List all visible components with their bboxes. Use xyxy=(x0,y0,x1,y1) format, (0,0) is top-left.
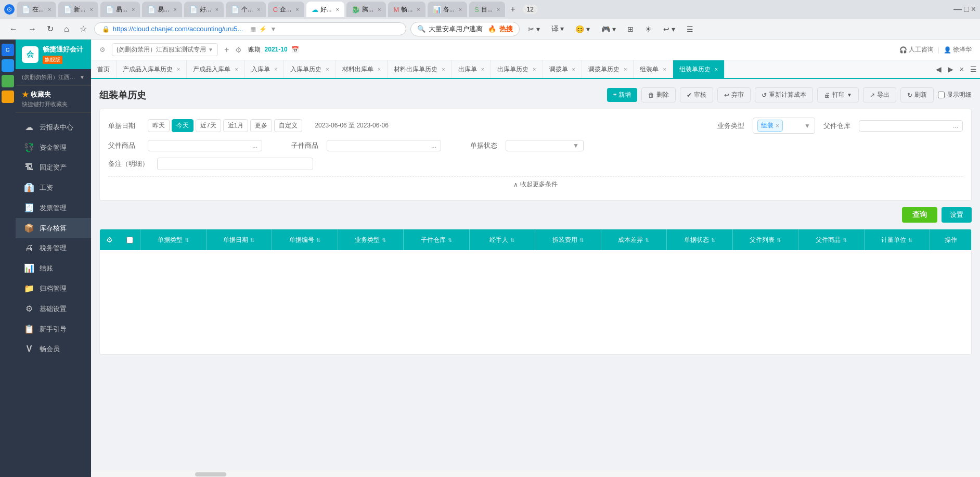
today-btn[interactable]: 今天 xyxy=(172,119,194,132)
col-doc-status[interactable]: 单据状态 ⇅ xyxy=(666,229,732,250)
browser-tab-12[interactable]: S 目... × xyxy=(469,2,505,17)
col-doc-type[interactable]: 单据类型 ⇅ xyxy=(140,229,206,250)
browser-tab-3[interactable]: 📄 易... × xyxy=(100,2,140,17)
tab-assembly[interactable]: 组装单 × xyxy=(634,60,673,79)
sidebar-item-fixed-assets[interactable]: 🏗 固定资产 xyxy=(16,158,91,177)
bookmark-button[interactable]: ☆ xyxy=(76,22,90,36)
add-company-button[interactable]: + xyxy=(224,45,229,55)
header-company-selector[interactable]: (勿删勿禁用）江西服宝测试专用 ▼ xyxy=(112,43,218,56)
browser-tab-1[interactable]: 📄 在... × xyxy=(17,2,56,17)
col-parent-goods[interactable]: 父件商品 ⇅ xyxy=(798,229,864,250)
calendar-icon[interactable]: 📅 xyxy=(291,46,299,53)
undo-btn[interactable]: ↩ ▾ xyxy=(659,23,679,35)
tab-close-5[interactable]: × xyxy=(215,6,218,12)
tab-close-material-out[interactable]: × xyxy=(378,66,381,72)
collapse-filter-button[interactable]: ∧ 收起更多条件 xyxy=(108,176,963,192)
back-button[interactable]: ← xyxy=(6,22,21,36)
col-biz-type[interactable]: 业务类型 ⇅ xyxy=(338,229,404,250)
tab-close-in-order-history[interactable]: × xyxy=(326,66,329,72)
tab-close-11[interactable]: × xyxy=(459,6,462,12)
sidebar-item-salary[interactable]: 👔 工资 xyxy=(16,177,91,198)
sidebar-item-archive-mgmt[interactable]: 📁 归档管理 xyxy=(16,278,91,299)
tab-close-all-button[interactable]: × xyxy=(957,65,967,73)
sidebar-item-tax-mgmt[interactable]: 🖨 税务管理 xyxy=(16,238,91,258)
col-unit[interactable]: 计量单位 ⇅ xyxy=(864,229,930,250)
menu-btn[interactable]: ☰ xyxy=(682,23,698,35)
print-button[interactable]: 🖨 打印 ▼ xyxy=(817,87,859,102)
browser-tab-10[interactable]: M 畅... × xyxy=(388,2,425,17)
browser-tab-6[interactable]: 📄 个... × xyxy=(226,2,265,17)
browser-tab-2[interactable]: 📄 新... × xyxy=(58,2,98,17)
business-type-tag-close[interactable]: × xyxy=(776,122,779,130)
browser-tab-8[interactable]: ☁ 好... × xyxy=(306,2,344,17)
tab-close-out-order[interactable]: × xyxy=(481,66,484,72)
sidebar-item-fund-mgmt[interactable]: 💱 资金管理 xyxy=(16,137,91,158)
sidebar-company[interactable]: (勿删勿禁用）江西服宝测试专用 ▼ xyxy=(16,69,91,86)
tab-close-3[interactable]: × xyxy=(132,6,135,12)
bottom-scrollbar[interactable] xyxy=(91,471,980,477)
sidebar-item-checkout[interactable]: 📊 结账 xyxy=(16,258,91,278)
tab-product-in-history[interactable]: 产成品入库单历史 × xyxy=(117,60,187,79)
tab-close-10[interactable]: × xyxy=(417,6,420,12)
app-icon-3[interactable] xyxy=(2,75,14,87)
tab-close-product-in-history[interactable]: × xyxy=(177,66,180,72)
tab-close-assembly[interactable]: × xyxy=(663,66,666,72)
tab-close-12[interactable]: × xyxy=(497,6,500,12)
tab-transfer-history[interactable]: 调拨单历史 × xyxy=(582,60,634,79)
user-profile-button[interactable]: 👤 徐泽华 xyxy=(944,45,972,54)
browser-tab-5[interactable]: 📄 好... × xyxy=(184,2,224,17)
select-all-input[interactable] xyxy=(126,237,133,243)
doc-status-select[interactable]: ▼ xyxy=(506,140,584,151)
tab-product-in[interactable]: 产成品入库单 × xyxy=(187,60,244,79)
last7days-btn[interactable]: 近7天 xyxy=(196,119,221,132)
tab-close-transfer-history[interactable]: × xyxy=(624,66,627,72)
browser-tab-11[interactable]: 📊 各... × xyxy=(428,2,467,17)
col-doc-no[interactable]: 单据编号 ⇅ xyxy=(272,229,338,250)
app-icon-4[interactable] xyxy=(2,91,14,103)
refresh-button[interactable]: ↻ 刷新 xyxy=(900,87,934,102)
consult-button[interactable]: 🎧 人工咨询 xyxy=(899,45,934,54)
notes-input[interactable] xyxy=(157,158,313,170)
tab-close-2[interactable]: × xyxy=(89,6,93,12)
tab-material-out-history[interactable]: 材料出库单历史 × xyxy=(388,60,452,79)
sidebar-item-invoice-mgmt[interactable]: 🧾 发票管理 xyxy=(16,198,91,218)
close-browser-button[interactable]: × xyxy=(971,5,976,14)
more-date-btn[interactable]: 更多 xyxy=(250,119,272,132)
tab-close-transfer[interactable]: × xyxy=(572,66,575,72)
tab-close-product-in[interactable]: × xyxy=(235,66,238,72)
translate-btn[interactable]: 译 ▾ xyxy=(547,22,569,36)
parent-goods-input[interactable]: ... xyxy=(148,140,262,151)
browser-tab-9[interactable]: 🐉 腾... × xyxy=(346,2,386,17)
tab-close-in-order[interactable]: × xyxy=(274,66,277,72)
col-parent-list[interactable]: 父件列表 ⇅ xyxy=(732,229,798,250)
tab-close-7[interactable]: × xyxy=(295,6,299,12)
tab-material-out[interactable]: 材料出库单 × xyxy=(336,60,388,79)
tab-out-order-history[interactable]: 出库单历史 × xyxy=(491,60,543,79)
sidebar-item-cloud-report[interactable]: ☁ 云报表中心 xyxy=(16,117,91,137)
tab-in-order[interactable]: 入库单 × xyxy=(245,60,284,79)
col-disassembly-fee[interactable]: 拆装费用 ⇅ xyxy=(535,229,601,250)
reload-button[interactable]: ↻ xyxy=(44,22,57,36)
maximize-button[interactable]: □ xyxy=(964,5,969,14)
search-bar[interactable]: 🔍 大量安卓用户逃离 🔥 热搜 xyxy=(410,22,520,36)
browser-tab-7[interactable]: C 企... × xyxy=(268,2,304,17)
query-button[interactable]: 查询 xyxy=(902,207,937,223)
filter-settings-button[interactable]: 设置 xyxy=(942,207,972,223)
new-button[interactable]: + 新增 xyxy=(607,88,637,102)
forward-button[interactable]: → xyxy=(25,22,40,36)
minimize-button[interactable]: — xyxy=(953,5,962,14)
tab-transfer[interactable]: 调拨单 × xyxy=(543,60,582,79)
tab-close-4[interactable]: × xyxy=(173,6,176,12)
export-button[interactable]: ↗ 导出 xyxy=(863,87,896,102)
tab-home[interactable]: 首页 xyxy=(91,60,117,79)
parent-warehouse-input[interactable]: ... xyxy=(859,120,963,132)
business-type-input[interactable]: 组装 × ▼ xyxy=(753,118,815,134)
last1month-btn[interactable]: 近1月 xyxy=(223,119,249,132)
emoji-btn[interactable]: 😊 ▾ xyxy=(571,23,594,35)
sidebar-item-basic-settings[interactable]: ⚙ 基础设置 xyxy=(16,299,91,319)
address-dropdown-icon[interactable]: ▼ xyxy=(270,25,276,33)
tab-close-9[interactable]: × xyxy=(378,6,381,12)
sidebar-item-inventory[interactable]: 📦 库存核算 xyxy=(16,218,91,238)
tab-prev-button[interactable]: ◀ xyxy=(933,65,945,73)
child-goods-input[interactable]: ... xyxy=(327,140,441,151)
